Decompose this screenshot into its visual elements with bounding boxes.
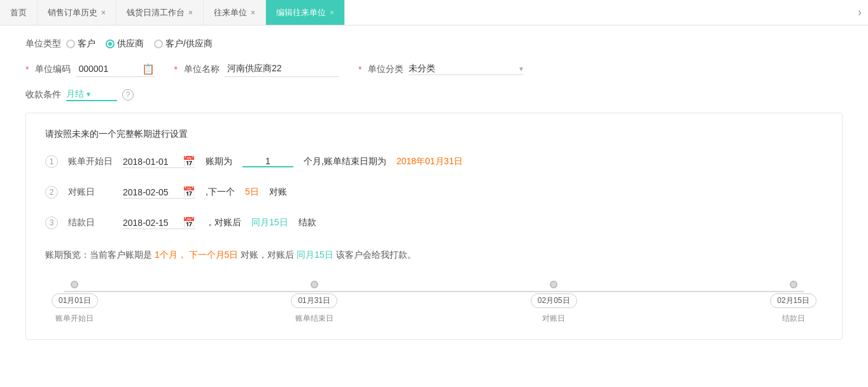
unit-info-row: * 单位编码 📋 * 单位名称 * 单位分类 未分类 ▾: [25, 61, 843, 77]
unit-code-required: *: [25, 64, 29, 74]
unit-category-label: 单位分类: [368, 64, 403, 75]
payment-condition-arrow-icon: ▾: [87, 90, 90, 99]
unit-type-group: 单位类型 客户 供应商 客户/供应商: [25, 38, 213, 50]
unit-category-arrow-icon: ▾: [519, 64, 523, 73]
tab-edit-partner-label: 编辑往来单位: [276, 7, 326, 18]
row3-calendar-icon[interactable]: 📅: [183, 216, 195, 229]
row3-highlight: 同月15日: [251, 217, 288, 229]
unit-code-input[interactable]: [76, 61, 139, 76]
tab-cash-work-label: 钱货日清工作台: [127, 7, 185, 18]
period-input[interactable]: [242, 156, 293, 167]
unit-category-select[interactable]: 未分类 ▾: [409, 63, 523, 75]
timeline-point-3: 02月05日 对账日: [531, 281, 577, 324]
timeline-label-4: 结款日: [782, 313, 805, 324]
tab-partners-close[interactable]: ×: [251, 8, 255, 17]
settings-row-3: 3 结款日 📅 ，对账后 同月15日 结款: [45, 216, 823, 229]
timeline-circle-3: [550, 281, 557, 288]
payment-help-icon[interactable]: ?: [122, 89, 134, 101]
timeline-label-3: 对账日: [542, 313, 565, 324]
row1-date-wrapper: 📅: [123, 155, 195, 168]
tab-edit-partner[interactable]: 编辑往来单位 ×: [266, 0, 345, 25]
payment-condition-row: 收款条件 月结 ▾ ?: [25, 88, 843, 101]
payment-condition-value: 月结: [66, 88, 84, 100]
row2-date-input[interactable]: [123, 187, 180, 197]
row1-period-end: 2018年01月31日: [396, 156, 463, 167]
row1-suffix: 账期为: [206, 156, 232, 167]
row2-calendar-icon[interactable]: 📅: [183, 186, 195, 198]
timeline-circle-2: [311, 281, 318, 288]
row-num-1: 1: [45, 155, 58, 168]
timeline-wrapper: 01月01日 账单开始日 01月31日 账单结束日 02月05日 对账日 02月…: [45, 281, 823, 324]
timeline-date-4: 02月15日: [770, 293, 816, 308]
timeline-label-2: 账单结束日: [295, 313, 333, 324]
timeline-points: 01月01日 账单开始日 01月31日 账单结束日 02月05日 对账日 02月…: [52, 281, 816, 324]
settings-title: 请按照未来的一个完整帐期进行设置: [45, 129, 823, 140]
tab-sales-history-label: 销售订单历史: [48, 7, 97, 18]
tabs-bar: 首页 销售订单历史 × 钱货日清工作台 × 往来单位 × 编辑往来单位 × ›: [0, 0, 868, 25]
unit-code-copy-icon[interactable]: 📋: [142, 63, 155, 75]
tab-sales-history-close[interactable]: ×: [101, 8, 106, 17]
preview-part2: 下一个月5日: [189, 250, 239, 260]
row1-label: 账单开始日: [68, 156, 113, 167]
row1-date-input[interactable]: [123, 157, 180, 167]
preview-part1: 1个月，: [155, 250, 186, 260]
radio-supplier[interactable]: 供应商: [106, 38, 144, 50]
payment-condition-label: 收款条件: [25, 89, 61, 101]
settings-row-2: 2 对账日 📅 ,下一个 5日 对账: [45, 186, 823, 199]
tab-expand-button[interactable]: ›: [851, 0, 868, 25]
tab-home[interactable]: 首页: [0, 0, 38, 25]
radio-both-label: 客户/供应商: [165, 38, 213, 50]
settings-row-1: 1 账单开始日 📅 账期为 个月,账单结束日期为 2018年01月31日: [45, 155, 823, 168]
tab-home-label: 首页: [10, 7, 27, 18]
radio-customer[interactable]: 客户: [66, 38, 95, 50]
row1-period-unit: 个月,账单结束日期为: [304, 156, 386, 167]
timeline-date-3: 02月05日: [531, 293, 577, 308]
unit-name-required: *: [174, 64, 177, 74]
row1-calendar-icon[interactable]: 📅: [183, 155, 195, 167]
radio-group: 客户 供应商 客户/供应商: [66, 38, 213, 50]
account-preview: 账期预览：当前客户账期是 1个月， 下一个月5日 对账，对账后 同月15日 该客…: [45, 247, 823, 263]
radio-supplier-label: 供应商: [117, 38, 144, 50]
unit-category-value: 未分类: [409, 63, 517, 74]
row2-highlight: 5日: [245, 186, 259, 198]
radio-customer-label: 客户: [78, 38, 95, 50]
row2-label: 对账日: [68, 186, 113, 198]
timeline-circle-4: [790, 281, 797, 288]
unit-name-input[interactable]: [225, 61, 339, 77]
unit-code-input-wrapper: 📋: [76, 61, 155, 77]
tab-cash-work[interactable]: 钱货日清工作台 ×: [116, 0, 204, 25]
row3-date-input[interactable]: [123, 218, 180, 228]
preview-part5: 该客户会给我打款。: [336, 250, 416, 260]
preview-part3: 对账，对账后: [241, 250, 294, 260]
unit-code-label: 单位编码: [35, 64, 71, 75]
unit-category-required: *: [358, 64, 361, 74]
timeline-label-1: 账单开始日: [55, 313, 94, 324]
timeline-circle-1: [71, 281, 78, 288]
main-content: 单位类型 客户 供应商 客户/供应商 * 单位编码: [0, 25, 868, 387]
row3-label: 结款日: [68, 217, 113, 229]
unit-category-group: * 单位分类 未分类 ▾: [358, 63, 523, 75]
radio-supplier-circle: [106, 39, 115, 48]
unit-code-group: * 单位编码 📋: [25, 61, 155, 77]
timeline-date-1: 01月01日: [52, 293, 98, 308]
settings-panel: 请按照未来的一个完整帐期进行设置 1 账单开始日 📅 账期为 个月,账单结束日期…: [25, 113, 843, 340]
row3-date-wrapper: 📅: [123, 216, 195, 229]
preview-label: 账期预览：当前客户账期是: [45, 250, 152, 260]
tab-sales-history[interactable]: 销售订单历史 ×: [38, 0, 116, 25]
tab-partners[interactable]: 往来单位 ×: [204, 0, 266, 25]
tab-cash-work-close[interactable]: ×: [188, 8, 193, 17]
radio-both-circle: [154, 39, 163, 48]
unit-name-label: 单位名称: [184, 64, 220, 75]
tab-edit-partner-close[interactable]: ×: [330, 8, 334, 17]
radio-both[interactable]: 客户/供应商: [154, 38, 213, 50]
timeline-point-2: 01月31日 账单结束日: [291, 281, 337, 324]
row2-suffix: 对账: [269, 186, 287, 198]
row-num-2: 2: [45, 186, 58, 199]
preview-part4: 同月15日: [297, 250, 333, 260]
tab-partners-label: 往来单位: [214, 7, 247, 18]
row2-prefix: ,下一个: [206, 186, 235, 198]
radio-customer-circle: [66, 39, 75, 48]
timeline-date-2: 01月31日: [291, 293, 337, 308]
row3-suffix: 结款: [298, 217, 316, 229]
payment-condition-select[interactable]: 月结 ▾: [66, 88, 117, 101]
